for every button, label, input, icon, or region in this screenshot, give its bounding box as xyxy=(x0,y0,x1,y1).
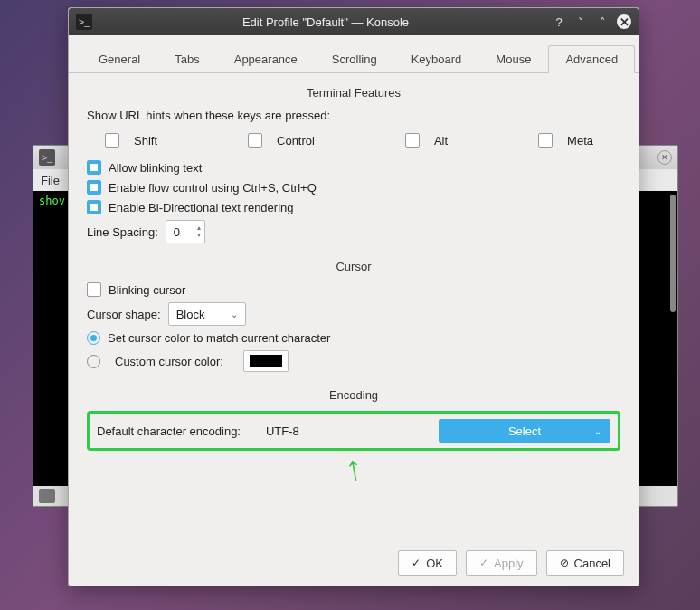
meta-checkbox-row[interactable]: Meta xyxy=(538,133,593,148)
flow-control-label: Enable flow control using Ctrl+S, Ctrl+Q xyxy=(109,181,317,195)
cursor-match-color-label: Set cursor color to match current charac… xyxy=(108,331,330,345)
dialog-title: Edit Profile "Default" — Konsole xyxy=(99,15,552,29)
cursor-shape-combo[interactable]: Block ⌄ xyxy=(168,302,246,326)
check-icon: ✓ xyxy=(479,557,488,569)
cancel-button[interactable]: ⊘Cancel xyxy=(546,550,624,576)
tab-mouse[interactable]: Mouse xyxy=(478,45,548,73)
blinking-cursor-row[interactable]: Blinking cursor xyxy=(87,282,620,297)
blinking-cursor-label: Blinking cursor xyxy=(109,283,185,297)
dialog-content: Terminal Features Show URL hints when th… xyxy=(69,73,639,540)
check-icon: ✓ xyxy=(411,557,421,569)
custom-cursor-color-label: Custom cursor color: xyxy=(115,355,223,368)
bg-menu-file[interactable]: File xyxy=(41,174,60,187)
allow-blinking-row[interactable]: Allow blinking text xyxy=(87,160,620,175)
alt-checkbox-row[interactable]: Alt xyxy=(405,133,448,148)
bg-close-icon[interactable]: ✕ xyxy=(657,150,672,165)
encoding-heading: Encoding xyxy=(87,388,620,402)
chevron-down-icon: ⌄ xyxy=(231,310,238,319)
cursor-match-color-row[interactable]: Set cursor color to match current charac… xyxy=(87,331,620,345)
custom-cursor-color-radio[interactable] xyxy=(87,355,100,368)
tab-scrolling[interactable]: Scrolling xyxy=(315,45,394,73)
apply-label: Apply xyxy=(494,557,524,570)
encoding-value: UTF-8 xyxy=(266,424,299,438)
meta-label: Meta xyxy=(567,134,593,148)
control-checkbox[interactable] xyxy=(248,133,262,148)
alt-checkbox[interactable] xyxy=(405,133,420,148)
konsole-icon: >_ xyxy=(76,14,92,30)
cursor-shape-value: Block xyxy=(176,308,205,321)
cancel-icon: ⊘ xyxy=(560,557,569,569)
control-checkbox-row[interactable]: Control xyxy=(248,133,315,148)
line-spacing-label: Line Spacing: xyxy=(87,225,158,239)
terminal-icon: >_ xyxy=(39,149,55,166)
minimize-icon[interactable]: ˅ xyxy=(573,14,588,29)
flow-control-checkbox[interactable] xyxy=(87,180,101,195)
allow-blinking-label: Allow blinking text xyxy=(109,161,202,175)
bidi-checkbox[interactable] xyxy=(87,200,101,214)
close-icon[interactable]: ✕ xyxy=(617,14,631,29)
blinking-cursor-checkbox[interactable] xyxy=(87,282,101,297)
terminal-features-heading: Terminal Features xyxy=(87,86,620,100)
tab-appearance[interactable]: Appearance xyxy=(217,45,315,73)
help-icon[interactable]: ? xyxy=(552,14,566,29)
encoding-label: Default character encoding: xyxy=(97,424,241,438)
spinbox-arrows-icon[interactable]: ▴▾ xyxy=(197,224,201,239)
color-swatch xyxy=(250,355,282,367)
cursor-match-color-radio[interactable] xyxy=(87,331,100,345)
custom-cursor-color-button[interactable] xyxy=(243,350,289,372)
control-label: Control xyxy=(277,134,315,148)
dialog-footer: ✓OK ✓Apply ⊘Cancel xyxy=(69,540,639,586)
edit-profile-dialog: >_ Edit Profile "Default" — Konsole ? ˅ … xyxy=(68,7,639,586)
allow-blinking-checkbox[interactable] xyxy=(87,160,101,175)
cursor-shape-label: Cursor shape: xyxy=(87,308,161,321)
cursor-heading: Cursor xyxy=(87,260,620,273)
tab-tabs[interactable]: Tabs xyxy=(157,45,216,73)
meta-checkbox[interactable] xyxy=(538,133,553,148)
apply-button: ✓Apply xyxy=(466,550,537,576)
maximize-icon[interactable]: ˄ xyxy=(595,14,610,29)
bg-status-icon xyxy=(39,489,55,503)
ok-label: OK xyxy=(426,557,443,570)
tab-general[interactable]: General xyxy=(81,45,157,73)
tab-bar: General Tabs Appearance Scrolling Keyboa… xyxy=(69,35,639,73)
shift-checkbox-row[interactable]: Shift xyxy=(105,133,157,148)
dialog-titlebar: >_ Edit Profile "Default" — Konsole ? ˅ … xyxy=(69,8,639,35)
tab-keyboard[interactable]: Keyboard xyxy=(394,45,479,73)
cancel-label: Cancel xyxy=(574,557,610,570)
bidi-label: Enable Bi-Directional text rendering xyxy=(109,201,294,214)
shift-checkbox[interactable] xyxy=(105,133,119,148)
alt-label: Alt xyxy=(434,134,448,148)
ok-button[interactable]: ✓OK xyxy=(398,550,457,576)
line-spacing-value: 0 xyxy=(174,225,180,239)
bidi-row[interactable]: Enable Bi-Directional text rendering xyxy=(87,200,620,214)
flow-control-row[interactable]: Enable flow control using Ctrl+S, Ctrl+Q xyxy=(87,180,620,195)
shift-label: Shift xyxy=(134,134,157,148)
line-spacing-spinbox[interactable]: 0 ▴▾ xyxy=(166,220,205,243)
tab-advanced[interactable]: Advanced xyxy=(548,45,635,73)
bg-scrollbar[interactable] xyxy=(670,195,676,312)
url-hints-label: Show URL hints when these keys are press… xyxy=(87,109,620,122)
